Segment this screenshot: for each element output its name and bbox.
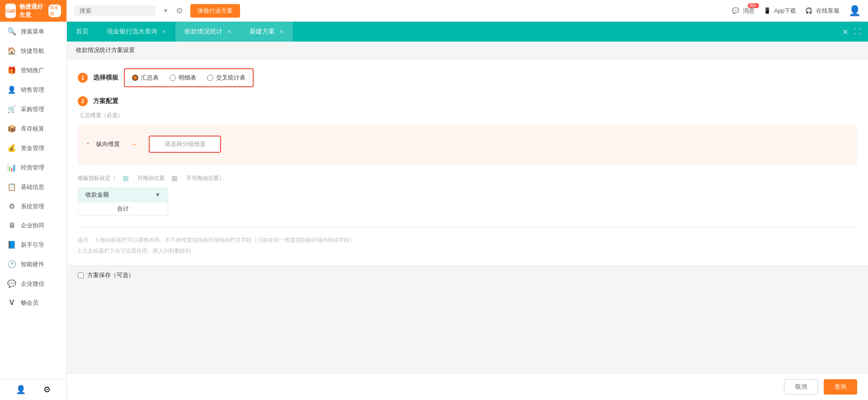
step1-badge: 1: [78, 73, 88, 83]
cart-icon: 🛒: [7, 105, 16, 113]
step1-row: 1 选择模板 汇总表 明细表 交叉统计表: [78, 68, 857, 87]
logo-icon: CaR: [5, 4, 16, 18]
metrics-table-header: 收款金额 ▼: [78, 188, 168, 202]
sidebar-item-system[interactable]: ⚙ 系统管理: [0, 197, 66, 216]
clock-icon: 🕐: [7, 260, 16, 268]
message-badge[interactable]: 💬 99+ 消息: [732, 7, 755, 15]
sidebar-item-hardware[interactable]: 🕐 智能硬件: [0, 254, 66, 274]
sidebar-item-collab[interactable]: 🖥 企业协同: [0, 216, 66, 235]
cancel-button[interactable]: 取消: [784, 379, 818, 395]
service-label: 在线客服: [816, 7, 840, 14]
tab-cashflow-close[interactable]: ✕: [162, 28, 166, 35]
required-mark: *: [87, 141, 89, 148]
main-area: ▼ ⚙ 体验行业方案 💬 99+ 消息 📱 App下载 🎧 在线客服 👤 首页: [67, 0, 868, 400]
online-service[interactable]: 🎧 在线客服: [805, 7, 840, 15]
metrics-hint-row: 模板指标设定（ 可拖动位置 不可拖动位置）: [78, 174, 857, 182]
tab-home[interactable]: 首页: [67, 22, 98, 42]
step1-label: 选择模板: [93, 74, 118, 82]
metrics-label-text: 模板指标设定（: [78, 174, 116, 182]
sidebar-item-label: 销售管理: [21, 86, 44, 94]
tab-cashflow-label: 现金银行流水查询: [107, 28, 157, 36]
sidebar-item-label: 采购管理: [21, 105, 44, 113]
sidebar-item-inventory[interactable]: 📦 库存核算: [0, 119, 66, 138]
metrics-dropdown-arrow[interactable]: ▼: [155, 192, 160, 198]
home-icon: 🏠: [7, 47, 16, 55]
dropdown-arrow-icon[interactable]: ▼: [163, 7, 169, 14]
sidebar-bottom-icon1[interactable]: 👤: [16, 385, 26, 395]
sidebar-item-basic[interactable]: 📋 基础信息: [0, 177, 66, 197]
user-avatar[interactable]: 👤: [849, 5, 861, 17]
dim-placeholder-box[interactable]: 请选择分组维度: [149, 136, 221, 153]
close-window-icon[interactable]: ✕: [842, 28, 848, 36]
sidebar-item-label: 智能硬件: [21, 260, 44, 268]
book-icon: 📘: [7, 240, 16, 249]
sidebar-bottom-icon2[interactable]: ⚙: [43, 385, 51, 395]
radio-mingxi[interactable]: 明细表: [170, 74, 196, 82]
wechat-icon: 💬: [7, 279, 16, 288]
radio-mingxi-input[interactable]: [170, 75, 176, 81]
tab-new-plan-close[interactable]: ✕: [279, 28, 284, 35]
form-section: 1 选择模板 汇总表 明细表 交叉统计表: [67, 59, 868, 265]
tab-new-plan-label: 新建方案: [250, 28, 275, 36]
sidebar-item-nav[interactable]: 🏠 快捷导航: [0, 41, 66, 61]
sidebar-item-marketing[interactable]: 🎁 营销推广: [0, 61, 66, 80]
maximize-icon[interactable]: ⛶: [854, 28, 861, 36]
sidebar-item-sales[interactable]: 👤 销售管理: [0, 80, 66, 99]
sidebar-item-wechat[interactable]: 💬 企业微信: [0, 274, 66, 293]
gear-icon[interactable]: ⚙: [176, 6, 183, 16]
industry-btn[interactable]: 体验行业方案: [190, 4, 240, 18]
sidebar-item-label: 畅会员: [21, 299, 38, 307]
sidebar-item-purchase[interactable]: 🛒 采购管理: [0, 99, 66, 119]
template-options: 汇总表 明细表 交叉统计表: [124, 68, 254, 87]
header-right: 💬 99+ 消息 📱 App下载 🎧 在线客服 👤: [732, 5, 861, 17]
tab-payment-stats[interactable]: 收款情况统计 ✕: [175, 22, 241, 42]
headset-icon: 🎧: [805, 7, 812, 14]
sidebar-item-guide[interactable]: 📘 新手引导: [0, 235, 66, 254]
tab-payment-close[interactable]: ✕: [227, 28, 231, 35]
badge-count: 99+: [748, 3, 759, 8]
app-label: App下载: [774, 7, 796, 14]
metrics-hint1: 可拖动位置: [137, 174, 165, 182]
radio-mingxi-label: 明细表: [179, 74, 196, 82]
sidebar-item-label: 经营管理: [21, 164, 44, 172]
save-label: 方案保存（可选）: [87, 271, 134, 279]
list-icon: 📋: [7, 183, 16, 191]
settings-icon: ⚙: [7, 202, 16, 211]
sidebar-item-search[interactable]: 🔍 搜索菜单: [0, 22, 66, 41]
query-button[interactable]: 查询: [824, 379, 857, 395]
step2-section: 2 方案配置 汇总维度（必选） * 纵向维度 → 请选择分组维度: [78, 96, 857, 256]
chart-icon: 📊: [7, 163, 16, 172]
sidebar-item-finance[interactable]: 💰 资金管理: [0, 138, 66, 158]
step2-label: 方案配置: [93, 97, 118, 105]
page-title: 收款情况统计方案设置: [67, 42, 868, 59]
dimension-row: * 纵向维度 → 请选择分组维度: [87, 136, 848, 153]
sidebar: CaR 畅捷通好生意 标准版 🔍 搜索菜单 🏠 快捷导航 🎁 营销推广 👤 销售…: [0, 0, 67, 400]
logo-badge: 标准版: [48, 5, 61, 17]
tab-cashflow[interactable]: 现金银行流水查询 ✕: [98, 22, 175, 42]
tab-home-label: 首页: [76, 28, 89, 36]
radio-huizong[interactable]: 汇总表: [132, 74, 159, 82]
gift-icon: 🎁: [7, 66, 16, 75]
tip2-text: 2.点击标题栏下拉可设置排序、插入列和删除列: [78, 245, 857, 256]
tips-section: 提示： 1.拖动标题栏可以调整布局，不可跨维度或指标区域拖动栏目字段（只能在同一…: [78, 227, 857, 256]
sidebar-item-label: 资金管理: [21, 144, 44, 152]
radio-huizong-input[interactable]: [132, 75, 138, 81]
sidebar-item-management[interactable]: 📊 经营管理: [0, 158, 66, 177]
sidebar-item-label: 快捷导航: [21, 47, 44, 55]
radio-jiaocha-input[interactable]: [207, 75, 213, 81]
sidebar-item-label: 基础信息: [21, 183, 44, 191]
sidebar-item-member[interactable]: V 畅会员: [0, 293, 66, 312]
sidebar-item-label: 新手引导: [21, 241, 44, 249]
hint-dot-fixed: [172, 176, 177, 181]
save-checkbox[interactable]: [78, 273, 84, 278]
tab-bar: 首页 现金银行流水查询 ✕ 收款情况统计 ✕ 新建方案 ✕ ✕ ⛶: [67, 22, 868, 42]
tab-new-plan[interactable]: 新建方案 ✕: [241, 22, 293, 42]
sidebar-item-label: 企业微信: [21, 280, 44, 288]
sidebar-bottom: 👤 ⚙: [0, 379, 66, 400]
radio-jiaocha[interactable]: 交叉统计表: [207, 74, 245, 82]
app-download[interactable]: 📱 App下载: [764, 7, 797, 15]
message-label: 消息: [743, 7, 755, 14]
sidebar-item-label: 营销推广: [21, 66, 44, 75]
tip1-text: 提示： 1.拖动标题栏可以调整布局，不可跨维度或指标区域拖动栏目字段（只能在同一…: [78, 235, 857, 245]
header-search-input[interactable]: [74, 5, 156, 16]
